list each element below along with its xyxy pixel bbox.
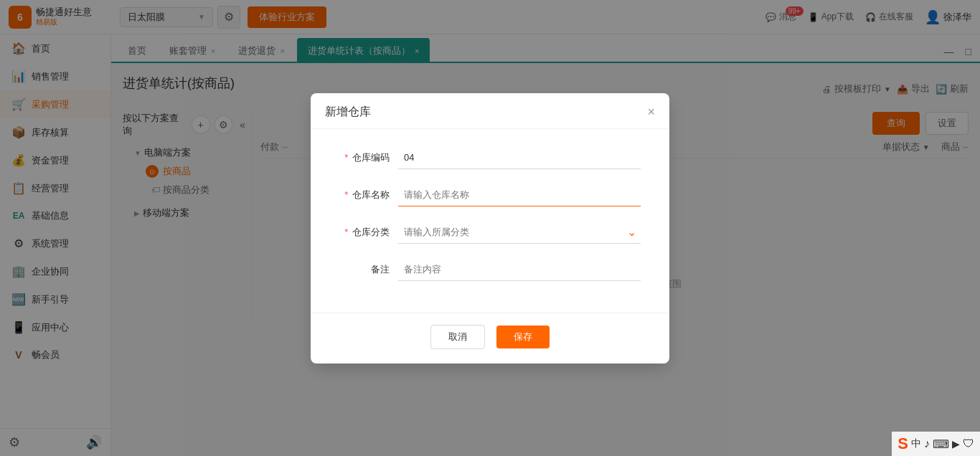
category-input[interactable] [398,224,641,240]
keyboard-icon[interactable]: ⌨ [933,437,949,451]
code-input[interactable] [398,146,641,169]
name-input[interactable] [398,184,641,206]
modal-title: 新增仓库 [325,105,371,120]
play-icon[interactable]: ▶ [952,438,960,450]
form-row-note: 备注 [339,258,641,281]
bottom-icons-bar: S 中 ♪ ⌨ ▶ 🛡 [892,432,980,456]
required-star-name: * [344,189,348,200]
note-input[interactable] [398,258,641,281]
chinese-input-icon[interactable]: 中 [911,437,921,450]
category-select[interactable]: ⌄ [398,221,641,244]
required-star-code: * [344,152,348,163]
required-star-category: * [344,227,348,237]
modal-close-button[interactable]: × [647,105,655,120]
note-label: 备注 [339,263,390,276]
code-label: * 仓库编码 [339,151,390,164]
form-row-code: * 仓库编码 [339,146,641,169]
modal-footer: 取消 保存 [311,313,669,364]
category-dropdown-icon: ⌄ [627,225,636,239]
s-brand-icon: S [897,434,908,453]
audio-icon[interactable]: ♪ [924,437,930,450]
shield-icon[interactable]: 🛡 [963,437,974,450]
category-label: * 仓库分类 [339,226,390,239]
modal-overlay[interactable]: 新增仓库 × * 仓库编码 * 仓库名称 [0,0,980,456]
new-warehouse-modal: 新增仓库 × * 仓库编码 * 仓库名称 [311,93,669,364]
modal-header: 新增仓库 × [311,93,669,129]
save-button[interactable]: 保存 [496,326,550,348]
cancel-button[interactable]: 取消 [430,325,485,349]
form-row-category: * 仓库分类 ⌄ [339,221,641,244]
form-row-name: * 仓库名称 [339,184,641,206]
modal-body: * 仓库编码 * 仓库名称 * 仓库分类 [311,129,669,313]
name-label: * 仓库名称 [339,189,390,201]
